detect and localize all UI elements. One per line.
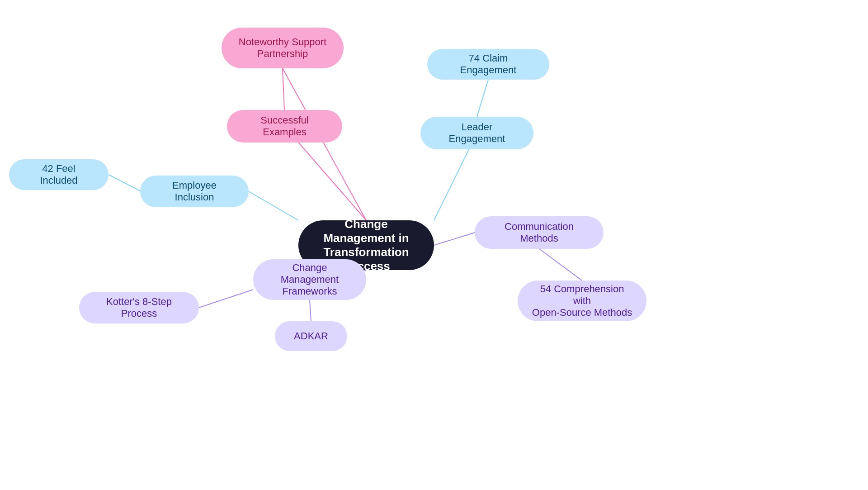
svg-line-4 [108, 175, 140, 191]
svg-line-11 [310, 300, 311, 321]
change-mgmt-frameworks-label: Change Management Frameworks [267, 262, 353, 297]
change-mgmt-frameworks-node[interactable]: Change Management Frameworks [253, 259, 366, 300]
communication-methods-label: Communication Methods [488, 221, 590, 244]
claim-engagement-label: 74 Claim Engagement [441, 52, 536, 76]
feel-included-node[interactable]: 42 Feel Included [9, 159, 108, 190]
svg-line-2 [283, 68, 284, 110]
svg-line-0 [283, 68, 366, 220]
comprehension-node[interactable]: 54 Comprehension with Open-Source Method… [518, 281, 646, 321]
successful-examples-node[interactable]: Successful Examples [227, 110, 342, 143]
leader-engagement-label: Leader Engagement [434, 121, 520, 145]
adkar-label: ADKAR [294, 330, 328, 342]
adkar-node[interactable]: ADKAR [275, 321, 347, 351]
noteworthy-label: Noteworthy Support Partnership [239, 36, 326, 60]
svg-line-7 [434, 233, 475, 245]
kotters-node[interactable]: Kotter's 8-Step Process [79, 292, 199, 323]
employee-inclusion-label: Employee Inclusion [154, 180, 235, 203]
svg-line-6 [477, 80, 488, 117]
svg-line-3 [249, 191, 298, 220]
successful-examples-label: Successful Examples [241, 114, 329, 138]
feel-included-label: 42 Feel Included [23, 163, 95, 186]
leader-engagement-node[interactable]: Leader Engagement [420, 117, 533, 149]
noteworthy-node[interactable]: Noteworthy Support Partnership [222, 28, 344, 68]
claim-engagement-node[interactable]: 74 Claim Engagement [427, 49, 549, 80]
comprehension-label: 54 Comprehension with Open-Source Method… [531, 283, 633, 319]
kotters-label: Kotter's 8-Step Process [93, 296, 185, 319]
mindmap-canvas: Change Management in Transformation Succ… [0, 0, 868, 490]
employee-inclusion-node[interactable]: Employee Inclusion [140, 176, 249, 207]
svg-line-8 [539, 249, 582, 281]
svg-line-10 [199, 290, 253, 308]
communication-methods-node[interactable]: Communication Methods [475, 216, 604, 249]
